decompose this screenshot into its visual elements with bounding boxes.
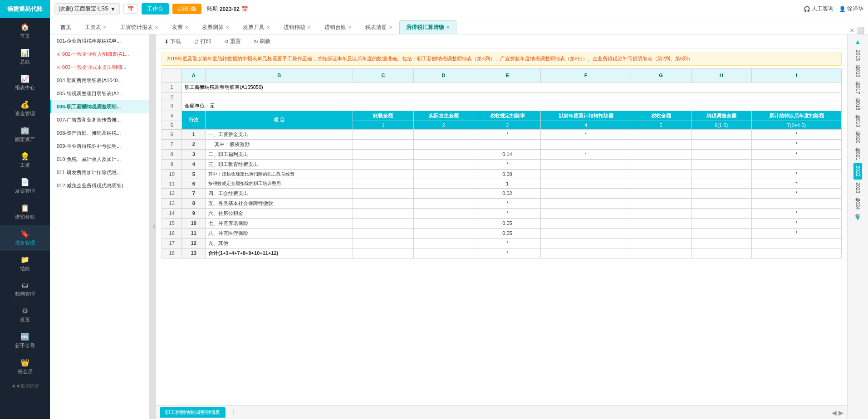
workbench-button[interactable]: 工作台 [142,3,169,15]
sidebar-item-home[interactable]: 🏠 首页 [0,18,50,44]
tab-home[interactable]: 首页 [54,20,78,34]
left-item-004[interactable]: 004-期间费用明细表(A1040... [50,74,149,87]
close-all-tabs[interactable]: ✕ [849,27,855,34]
tab-invoice[interactable]: 发票 ✕ [165,20,195,34]
left-item-005[interactable]: 005-纳税调整项目明细表(A1... [50,87,149,100]
tab-salary[interactable]: 工资表 ✕ [78,20,113,34]
scroll-right-btn[interactable]: ▶ [839,409,843,416]
left-item-001[interactable]: 001-企业所得税年度纳税申... [50,34,149,48]
tab-sales-ledger[interactable]: 进销台账 ✕ [318,20,358,34]
header-col5: 税收全额 [631,111,691,121]
left-item-009[interactable]: 009-企业所得税弥补亏损明... [50,140,149,153]
sub-num-4: 4 [541,121,631,129]
close-tab-invoice-calc[interactable]: ✕ [226,25,229,30]
header-col2: 实际发生金额 [413,111,474,121]
scroll-left-btn[interactable]: ◀ [832,409,837,416]
sheet-menu-btn[interactable]: ⋮ [230,409,236,416]
left-item-012[interactable]: 012-减免企业所得税优惠明细(. [50,179,149,192]
left-item-006[interactable]: 006-职工薪酬纳税调整明细... [50,100,149,113]
close-tab-salary-report[interactable]: ✕ [155,25,158,30]
cancel-fixed[interactable]: ◀◀ 取消固定 [0,380,50,393]
table-title: 职工薪酬纳税调整明细表(A105050) [182,82,842,92]
sidebar-item-settings[interactable]: ⚙ 设置 [0,302,50,328]
year-2018[interactable]: 2018年 [853,97,862,113]
year-2023[interactable]: 2023年 [853,180,862,196]
close-tab-income-tax[interactable]: ✕ [446,25,450,30]
year-2020[interactable]: 2020年 [853,130,862,146]
spreadsheet-container[interactable]: A B C D E F G H I [156,68,847,406]
year-panel: ▲ 2015年 2016年 2017年 2018年 2019年 2020年 20… [847,34,868,419]
sidebar-item-vip[interactable]: 👑 畅会员 [0,354,50,380]
year-2021[interactable]: 2021年 [853,146,862,163]
sidebar-item-reports[interactable]: 📈 报表中心 [0,70,50,96]
year-up-btn[interactable]: ▲ [853,36,863,47]
tab-income-tax[interactable]: 所得税汇算清缴 ✕ [399,20,456,34]
sidebar-item-guide[interactable]: 🆕 新手引导 [0,328,50,354]
header-item: 项 目 [206,111,353,129]
closing-icon: 📁 [20,255,29,264]
calendar-button[interactable]: 📅 [123,4,138,14]
sub-num-2: 2 [413,121,474,129]
support-button[interactable]: 🎧 人工客询 [804,5,834,13]
year-2019[interactable]: 2019年 [853,113,862,130]
tab-sales-check[interactable]: 进销稽核 ✕ [277,20,318,34]
collapse-panel-btn[interactable]: 《 [150,34,156,419]
left-item-003[interactable]: ⊙ 003-一般企业成本支出明细... [50,61,149,74]
left-item-010[interactable]: 010-免税、减计收入及加计... [50,153,149,166]
sidebar-item-assets[interactable]: 🏢 固定资产 [0,122,50,147]
col-C: C [353,68,413,82]
sidebar-item-ledger[interactable]: 📊 总账 [0,44,50,70]
sidebar-item-tax[interactable]: 🔖 税务管理 [0,225,50,251]
user-menu[interactable]: 👤 徐泽华 [839,5,863,13]
data-row-18: 18 13 合计(1+3+4+7+8+9+10+11+12) * [162,248,842,258]
left-item-002[interactable]: ⊙ 002-一般企业收入明细表(A1... [50,48,149,61]
sidebar-item-salary[interactable]: 👷 工资 [0,147,50,173]
left-item-011[interactable]: 011-研发费用加计扣除优惠... [50,166,149,179]
year-2015[interactable]: 2015年 [853,47,862,63]
close-tab-tax-list[interactable]: ✕ [389,25,392,30]
close-tab-salary[interactable]: ✕ [103,25,107,30]
tab-tax-list[interactable]: 税表清册 ✕ [358,20,399,34]
year-2017[interactable]: 2017年 [853,80,862,97]
year-2024[interactable]: 2024年 [853,196,862,212]
header-col4: 以前年度累计结转扣除额 [541,111,631,121]
close-tab-sales-ledger[interactable]: ✕ [348,25,352,30]
year-2016[interactable]: 2016年 [853,63,862,80]
topbar: (勿删) 江西股宝-LSS ▼ 📅 工作台 切到旧版 账期 2023-02 📅 … [50,0,868,18]
switch-button[interactable]: 切到旧版 [172,4,201,14]
data-row-8: 8 3 二、职工福利支出 0.14 * * [162,149,842,159]
left-item-008[interactable]: 008-资产折旧、摊销及纳税... [50,127,149,140]
sidebar-item-invoice[interactable]: 📄 发票管理 [0,173,50,199]
spreadsheet-table: A B C D E F G H I [162,68,842,258]
calendar-icon: 📅 [241,6,248,12]
tab-salary-report[interactable]: 工资统计报表 ✕ [113,20,165,34]
company-selector[interactable]: (勿删) 江西股宝-LSS ▼ [54,3,120,15]
refresh-button[interactable]: ↻ 刷新 [251,36,273,47]
header-row-4: 4 行次 项 目 账载全额 实际发生金额 税收规定扣除率 以前年度累计结转扣除额… [162,111,842,121]
data-row-12: 12 7 四、工会经费支出 0.02 * [162,188,842,198]
expand-tabs[interactable]: ⬜ [857,27,864,34]
year-2022[interactable]: 2022年 [853,163,862,179]
sidebar-item-finance[interactable]: 💰 资金管理 [0,96,50,122]
reset-button[interactable]: ↺ 重置 [221,36,244,47]
tabbar-controls: ✕ ⬜ [849,27,864,34]
left-item-007[interactable]: 007-广告费和业务宣传费摊... [50,113,149,127]
archive-icon: 🗂 [21,281,29,289]
year-down-btn[interactable]: ▼ [853,213,863,224]
print-button[interactable]: 🖨 打印 [191,36,214,47]
bottom-sheet-tab[interactable]: 职工薪酬纳税调整明细表 [160,407,226,418]
dropdown-icon: ▼ [110,6,116,12]
tab-invoice-open[interactable]: 发票开具 ✕ [236,20,277,34]
close-tab-invoice[interactable]: ✕ [185,25,188,30]
left-panel: 001-企业所得税年度纳税申... ⊙ 002-一般企业收入明细表(A1... … [50,34,150,419]
download-button[interactable]: ⬇ 下载 [162,36,184,47]
invoice-icon: 📄 [20,178,29,186]
tab-invoice-calc[interactable]: 发票测算 ✕ [195,20,236,34]
sidebar-item-archive[interactable]: 🗂 归档管理 [0,277,50,302]
close-tab-invoice-open[interactable]: ✕ [266,25,270,30]
sidebar-item-sales[interactable]: 📋 进销台账 [0,199,50,225]
col-letter-empty [162,68,182,82]
reset-icon: ↺ [224,39,229,45]
sidebar-item-closing[interactable]: 📁 结账 [0,251,50,277]
close-tab-sales-check[interactable]: ✕ [307,25,311,30]
